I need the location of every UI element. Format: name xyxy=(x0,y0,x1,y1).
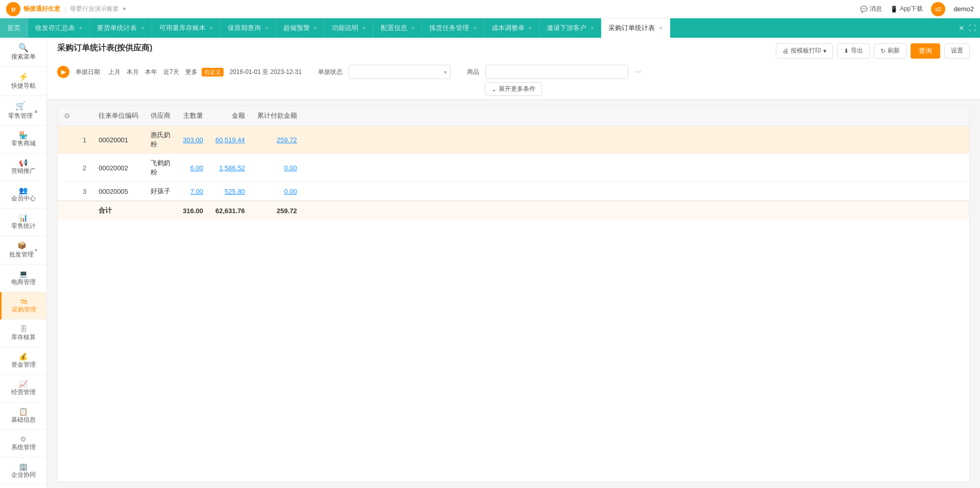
goods-more-icon[interactable]: ··· xyxy=(634,67,641,76)
sidebar-item-wholesale[interactable]: 📦 批发管理 ▾ xyxy=(0,236,46,265)
sidebar-item-newbie[interactable]: 🌟 新手引导 xyxy=(0,485,46,488)
tab-funcguide-close[interactable]: × xyxy=(362,25,365,31)
filter-toggle-button[interactable]: ▶ xyxy=(57,66,69,78)
sidebar-item-ops[interactable]: 📈 经营管理 xyxy=(0,375,46,402)
table-row[interactable]: 1 00020001 惠氏奶粉 303.00 60,519.44 259.72 xyxy=(58,126,969,154)
expand-conditions-button[interactable]: ⌄ 展开更多条件 xyxy=(485,82,542,96)
row1-quantity[interactable]: 303.00 xyxy=(177,126,209,154)
logo-area: 好 畅捷通好生意 xyxy=(6,2,60,16)
app-download-button[interactable]: 📱 App下载 xyxy=(890,5,923,13)
maximize-button[interactable]: ⛶ xyxy=(969,24,976,32)
tab-requisition[interactable]: 要货单统计表 × xyxy=(90,18,152,38)
sidebar-item-purchase[interactable]: 🛍 采购管理 xyxy=(0,292,46,320)
export-label: 导出 xyxy=(851,46,863,55)
tab-overstock[interactable]: 超储预警 × xyxy=(276,18,325,38)
tab-invite-close[interactable]: × xyxy=(591,25,594,31)
date-this-month[interactable]: 本月 xyxy=(125,67,141,77)
close-all-tabs-button[interactable]: ✕ xyxy=(959,24,965,32)
row2-paid[interactable]: 0.00 xyxy=(251,154,303,182)
tab-inventory-close[interactable]: × xyxy=(210,25,213,31)
tab-funcguide-label: 功能说明 xyxy=(332,23,358,33)
date-custom-tag[interactable]: 自定义 xyxy=(202,68,224,76)
date-this-year[interactable]: 本年 xyxy=(143,67,159,77)
row3-amount[interactable]: 525.80 xyxy=(209,182,251,201)
column-settings-icon: ⚙ xyxy=(64,112,70,120)
date-more[interactable]: 更多 xyxy=(183,67,200,77)
sidebar-retail-stat-label: 零售统计 xyxy=(2,222,44,230)
tab-requisition-close[interactable]: × xyxy=(141,25,144,31)
tab-costadj[interactable]: 成本调整单 × xyxy=(484,18,540,38)
refresh-button[interactable]: ↻ 刷新 xyxy=(874,43,906,59)
sidebar-item-system[interactable]: ⚙ 系统管理 xyxy=(0,430,46,457)
sidebar-finance-label: 资金管理 xyxy=(2,361,44,369)
sidebar-item-basic[interactable]: 📋 基础信息 xyxy=(0,402,46,430)
sidebar-item-finance[interactable]: 💰 资金管理 xyxy=(0,347,46,375)
tab-home-label: 首页 xyxy=(7,23,20,33)
sidebar-item-shortcuts[interactable]: ⚡ 快捷导航 xyxy=(0,67,46,96)
settings-col-header[interactable]: ⚙ xyxy=(58,106,77,126)
query-button[interactable]: 查询 xyxy=(911,43,940,59)
table-row[interactable]: 3 00020005 好孩子 7.00 525.80 0.00 xyxy=(58,182,969,201)
tab-warranty[interactable]: 保质期查询 × xyxy=(220,18,276,38)
tab-config-close[interactable]: × xyxy=(411,25,414,31)
sidebar-item-members[interactable]: 👥 会员中心 xyxy=(0,181,46,209)
row3-index: 3 xyxy=(77,182,92,201)
page-title: 采购订单统计表(按供应商) xyxy=(57,43,153,54)
status-select[interactable] xyxy=(349,65,451,79)
message-button[interactable]: 💬 消息 xyxy=(860,5,882,13)
template-print-button[interactable]: 🖨 按模板打印 ▾ xyxy=(776,43,833,59)
tab-purchase-stat-close[interactable]: × xyxy=(659,25,662,31)
tab-funcguide[interactable]: 功能说明 × xyxy=(325,18,373,38)
settings-button[interactable]: 设置 xyxy=(944,43,970,59)
row2-amount[interactable]: 1,586.52 xyxy=(209,154,251,182)
refresh-label: 刷新 xyxy=(888,46,900,55)
row1-paid[interactable]: 259.72 xyxy=(251,126,303,154)
table-row[interactable]: 2 00020002 飞鹤奶粉 6.00 1,586.52 0.00 xyxy=(58,154,969,182)
refresh-icon: ↻ xyxy=(880,47,886,55)
user-name[interactable]: demo2 xyxy=(953,5,974,13)
col-amount: 金额 xyxy=(209,106,251,126)
sidebar-item-retail-stat[interactable]: 📊 零售统计 xyxy=(0,209,46,236)
tab-pick-close[interactable]: × xyxy=(473,25,476,31)
tab-warranty-close[interactable]: × xyxy=(265,25,268,31)
row2-quantity[interactable]: 6.00 xyxy=(177,154,209,182)
sidebar: 🔍 搜索菜单 ⚡ 快捷导航 🛒 零售管理 ▲ 🏪 零售商城 📢 营销推广 👥 会… xyxy=(0,38,47,488)
tab-home[interactable]: 首页 xyxy=(0,18,28,38)
row3-extra xyxy=(303,182,969,201)
tab-overstock-label: 超储预警 xyxy=(283,23,310,33)
footer-amount: 62,631.76 xyxy=(209,201,251,220)
tab-inventory[interactable]: 可用量库存账本 × xyxy=(152,18,220,38)
footer-index xyxy=(77,201,92,220)
tab-pick[interactable]: 拣货任务管理 × xyxy=(422,18,484,38)
sidebar-item-retail-mall[interactable]: 🏪 零售商城 xyxy=(0,126,46,153)
row3-quantity[interactable]: 7.00 xyxy=(177,182,209,201)
tab-overstock-close[interactable]: × xyxy=(314,25,317,31)
tab-collect[interactable]: 收发存汇总表 × xyxy=(28,18,90,38)
date-prev-month[interactable]: 上月 xyxy=(106,67,122,77)
sidebar-item-search[interactable]: 🔍 搜索菜单 xyxy=(0,38,46,67)
tab-purchase-stat[interactable]: 采购订单统计表 × xyxy=(601,18,670,38)
tab-costadj-close[interactable]: × xyxy=(529,25,532,31)
footer-paid: 259.72 xyxy=(251,201,303,220)
date-7days[interactable]: 近7天 xyxy=(161,67,181,77)
nav-tabs-end: ✕ ⛶ xyxy=(954,18,980,38)
footer-label: 合计 xyxy=(92,201,177,220)
sidebar-item-ecommerce[interactable]: 💻 电商管理 xyxy=(0,265,46,292)
sidebar-item-enterprise[interactable]: 🏢 企业协同 xyxy=(0,457,46,485)
row1-amount[interactable]: 60,519.44 xyxy=(209,126,251,154)
sidebar-item-marketing[interactable]: 📢 营销推广 xyxy=(0,153,46,181)
date-label: 单据日期 xyxy=(76,68,100,76)
export-button[interactable]: ⬇ 导出 xyxy=(837,43,870,59)
template-print-label: 按模板打印 xyxy=(791,46,821,55)
avatar[interactable]: d2 xyxy=(931,2,945,16)
sidebar-item-inventory[interactable]: 🗄 库存核算 xyxy=(0,320,46,347)
tab-config-label: 配置信息 xyxy=(381,23,407,33)
sidebar-item-retail[interactable]: 🛒 零售管理 ▲ xyxy=(0,96,46,126)
tab-collect-close[interactable]: × xyxy=(79,25,82,31)
goods-input[interactable] xyxy=(485,65,628,79)
message-label: 消息 xyxy=(870,5,882,13)
tab-config[interactable]: 配置信息 × xyxy=(374,18,422,38)
tab-invite[interactable]: 邀请下游客户 × xyxy=(540,18,601,38)
tab-inventory-label: 可用量库存账本 xyxy=(159,23,206,33)
row3-paid[interactable]: 0.00 xyxy=(251,182,303,201)
